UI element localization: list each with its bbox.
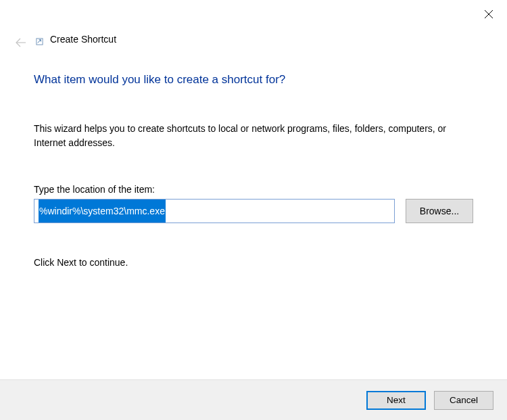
close-icon xyxy=(484,9,493,19)
page-heading: What item would you like to create a sho… xyxy=(34,73,473,87)
back-button xyxy=(14,35,28,50)
location-input[interactable]: %windir%\system32\mmc.exe xyxy=(34,199,395,223)
close-button[interactable] xyxy=(483,8,495,20)
continue-instruction: Click Next to continue. xyxy=(34,257,473,268)
window-title: Create Shortcut xyxy=(50,34,116,45)
page-description: This wizard helps you to create shortcut… xyxy=(34,122,473,150)
location-label: Type the location of the item: xyxy=(34,184,473,195)
back-arrow-icon xyxy=(14,36,28,49)
browse-button[interactable]: Browse... xyxy=(406,199,473,223)
location-input-value: %windir%\system32\mmc.exe xyxy=(39,200,166,223)
cancel-button[interactable]: Cancel xyxy=(434,391,493,410)
footer-bar: Next Cancel xyxy=(0,379,507,420)
next-button[interactable]: Next xyxy=(366,391,426,410)
shortcut-icon xyxy=(35,37,43,45)
